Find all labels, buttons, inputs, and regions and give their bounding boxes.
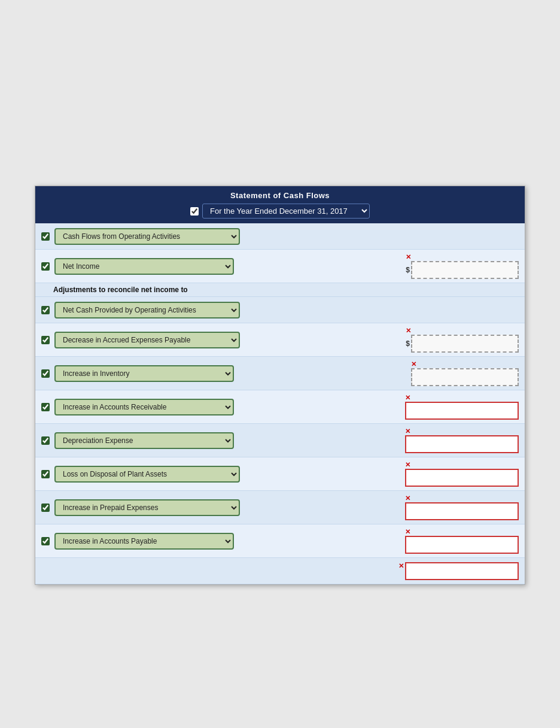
row-right: ✕: [411, 360, 519, 386]
loss-disposal-checkbox[interactable]: [41, 470, 50, 478]
increase-ap-checkbox[interactable]: [41, 537, 50, 545]
net-income-dollar: $: [406, 266, 410, 274]
loss-disposal-close-icon[interactable]: ✕: [405, 461, 410, 469]
increase-prepaid-input[interactable]: [405, 502, 519, 520]
total-row: ✕: [35, 558, 525, 584]
loss-disposal-input[interactable]: [405, 469, 519, 487]
row-left: Loss on Disposal of Plant Assets: [41, 466, 240, 483]
loss-disposal-select[interactable]: Loss on Disposal of Plant Assets: [54, 466, 240, 483]
increase-ar-input[interactable]: [405, 402, 519, 420]
increase-inventory-select[interactable]: Increase in Inventory: [54, 365, 234, 382]
operating-activities-row: Cash Flows from Operating Activities: [35, 223, 525, 250]
increase-ar-select[interactable]: Increase in Accounts Receivable: [54, 399, 234, 415]
row-left: Increase in Accounts Payable: [41, 533, 234, 550]
increase-ap-select[interactable]: Increase in Accounts Payable: [54, 533, 234, 550]
row-right: ✕ $: [406, 253, 519, 279]
header-checkbox[interactable]: [190, 207, 199, 216]
row-left: Cash Flows from Operating Activities: [41, 228, 240, 245]
depreciation-input[interactable]: [405, 435, 519, 453]
total-input[interactable]: [405, 562, 519, 580]
decrease-accrued-close-icon[interactable]: ✕: [406, 327, 411, 335]
depreciation-row: Depreciation Expense ✕: [35, 424, 525, 457]
row-left: Increase in Accounts Receivable: [41, 399, 234, 415]
row-right: ✕: [405, 461, 519, 487]
net-income-select[interactable]: Net Income: [54, 258, 234, 275]
main-container: Statement of Cash Flows For the Year End…: [35, 186, 525, 585]
increase-prepaid-row: Increase in Prepaid Expenses ✕: [35, 491, 525, 524]
operating-activities-select[interactable]: Cash Flows from Operating Activities: [54, 228, 240, 245]
increase-inventory-row: Increase in Inventory ✕: [35, 357, 525, 390]
loss-disposal-row: Loss on Disposal of Plant Assets ✕: [35, 457, 525, 491]
increase-prepaid-close-icon[interactable]: ✕: [405, 495, 410, 502]
total-input-group: ✕: [398, 562, 519, 580]
total-close-icon[interactable]: ✕: [398, 562, 404, 570]
decrease-accrued-input[interactable]: [411, 335, 519, 353]
increase-prepaid-select[interactable]: Increase in Prepaid Expenses: [54, 499, 240, 516]
depreciation-close-icon[interactable]: ✕: [405, 427, 410, 435]
net-income-input[interactable]: [411, 261, 519, 279]
row-right: ✕: [405, 427, 519, 453]
increase-prepaid-input-group: ✕: [405, 495, 519, 520]
row-right: ✕: [405, 394, 519, 420]
net-cash-checkbox[interactable]: [41, 306, 50, 314]
increase-ar-input-group: ✕: [405, 394, 519, 420]
depreciation-select[interactable]: Depreciation Expense: [54, 432, 234, 449]
row-left: Net Income: [41, 258, 234, 275]
row-right: ✕: [405, 495, 519, 520]
page-wrapper: Statement of Cash Flows For the Year End…: [12, 12, 548, 728]
header-dropdown-row: For the Year Ended December 31, 2017: [190, 204, 370, 219]
adjustments-label: Adjustments to reconcile net income to: [35, 283, 525, 297]
increase-ar-row: Increase in Accounts Receivable ✕: [35, 390, 525, 424]
row-left: Increase in Inventory: [41, 365, 234, 382]
increase-inventory-close-icon[interactable]: ✕: [411, 360, 416, 368]
increase-ar-close-icon[interactable]: ✕: [405, 394, 410, 402]
net-income-checkbox[interactable]: [41, 262, 50, 271]
operating-activities-checkbox[interactable]: [41, 232, 50, 241]
row-right: ✕ $: [406, 327, 519, 353]
period-select[interactable]: For the Year Ended December 31, 2017: [202, 204, 370, 219]
row-left: Net Cash Provided by Operating Activitie…: [41, 302, 240, 318]
increase-inventory-input-group: ✕: [411, 360, 519, 386]
content-area: Cash Flows from Operating Activities Net…: [35, 223, 525, 584]
increase-prepaid-checkbox[interactable]: [41, 503, 50, 512]
depreciation-checkbox[interactable]: [41, 436, 50, 445]
row-right: ✕: [405, 528, 519, 554]
decrease-accrued-select[interactable]: Decrease in Accrued Expenses Payable: [54, 332, 240, 348]
increase-ap-input-group: ✕: [405, 528, 519, 554]
decrease-accrued-input-group: ✕ $: [406, 327, 519, 353]
increase-ar-checkbox[interactable]: [41, 403, 50, 411]
increase-inventory-checkbox[interactable]: [41, 369, 50, 378]
loss-disposal-input-group: ✕: [405, 461, 519, 487]
row-left: Depreciation Expense: [41, 432, 234, 449]
depreciation-input-group: ✕: [405, 427, 519, 453]
increase-ap-input[interactable]: [405, 536, 519, 554]
row-left: Increase in Prepaid Expenses: [41, 499, 240, 516]
increase-inventory-input[interactable]: [411, 368, 519, 386]
adjustments-text: Adjustments to reconcile net income to: [53, 286, 188, 294]
decrease-accrued-row: Decrease in Accrued Expenses Payable ✕ $: [35, 323, 525, 357]
net-cash-select[interactable]: Net Cash Provided by Operating Activitie…: [54, 302, 240, 318]
header-bar: Statement of Cash Flows For the Year End…: [35, 186, 525, 223]
header-title: Statement of Cash Flows: [230, 191, 330, 200]
decrease-accrued-dollar: $: [406, 339, 410, 348]
net-cash-row: Net Cash Provided by Operating Activitie…: [35, 297, 525, 323]
increase-ap-row: Increase in Accounts Payable ✕: [35, 524, 525, 558]
decrease-accrued-checkbox[interactable]: [41, 336, 50, 344]
net-income-close-icon[interactable]: ✕: [406, 253, 411, 261]
row-left: Decrease in Accrued Expenses Payable: [41, 332, 240, 348]
net-income-row: Net Income ✕ $: [35, 250, 525, 283]
increase-ap-close-icon[interactable]: ✕: [405, 528, 410, 536]
net-income-input-group: ✕ $: [406, 253, 519, 279]
